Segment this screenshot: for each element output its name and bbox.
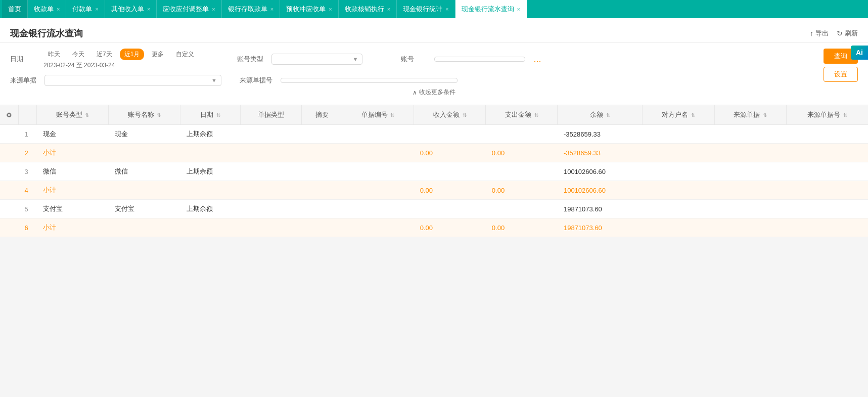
table-cell	[241, 144, 302, 162]
table-cell	[486, 125, 558, 144]
refresh-icon: ↻	[837, 29, 843, 37]
col-account-type[interactable]: 账号类型 ⇅	[37, 105, 109, 125]
table-row[interactable]: 3微信微信上期余额100102606.60	[0, 162, 868, 181]
source-doc-select[interactable]: ▼	[44, 75, 221, 86]
sort-account-name-icon: ⇅	[157, 112, 161, 118]
table-cell	[643, 181, 714, 200]
table-cell	[0, 181, 19, 200]
nav-tab-bank-deposit[interactable]: 银行存取款单 ×	[222, 0, 280, 18]
sort-balance-icon: ⇅	[606, 112, 610, 118]
table-cell: 现金	[109, 125, 180, 144]
table-cell	[302, 181, 342, 200]
nav-tab-bank-flow[interactable]: 现金银行流水查询 ×	[455, 0, 527, 18]
date-btn-today[interactable]: 今天	[68, 49, 89, 60]
filter-area: 日期 昨天 今天 近7天 近1月 更多 自定义 2023-02-24 至 202…	[0, 42, 868, 105]
table-cell	[302, 125, 342, 144]
account-dots-button[interactable]: ...	[533, 54, 541, 65]
date-options: 昨天 今天 近7天 近1月 更多 自定义	[43, 49, 199, 60]
table-row[interactable]: 6小计0.000.0019871073.60	[0, 218, 868, 237]
write-off-label: 收款核销执行	[345, 5, 384, 14]
nav-tab-receipt[interactable]: 收款单 ×	[28, 0, 66, 18]
refresh-button[interactable]: ↻ 刷新	[837, 29, 858, 38]
date-btn-1month[interactable]: 近1月	[120, 49, 145, 60]
close-payment-icon[interactable]: ×	[95, 6, 98, 12]
table-cell	[342, 125, 414, 144]
col-account-name[interactable]: 账号名称 ⇅	[109, 105, 180, 125]
col-counterpart[interactable]: 对方户名 ⇅	[643, 105, 714, 125]
collapse-bar[interactable]: ∧ 收起更多条件	[10, 86, 858, 99]
export-icon: ↑	[810, 29, 813, 37]
filter-row-2: 来源单据 ▼ 来源单据号	[10, 75, 815, 86]
nav-tab-adjust[interactable]: 应收应付调整单 ×	[157, 0, 221, 18]
table-cell: 2	[19, 144, 37, 162]
nav-tab-other-income[interactable]: 其他收入单 ×	[105, 0, 157, 18]
col-settings[interactable]: ⚙	[0, 105, 19, 125]
col-income[interactable]: 收入金额 ⇅	[414, 105, 486, 125]
data-table: ⚙ 账号类型 ⇅ 账号名称 ⇅ 日期 ⇅ 单据类型 摘要 单据编号 ⇅ 收入金额…	[0, 105, 868, 237]
col-date[interactable]: 日期 ⇅	[180, 105, 241, 125]
date-btn-yesterday[interactable]: 昨天	[43, 49, 65, 60]
table-row[interactable]: 5支付宝支付宝上期余额19871073.60	[0, 200, 868, 218]
source-doc-no-input[interactable]	[281, 78, 458, 83]
nav-tab-payment[interactable]: 付款单 ×	[66, 0, 105, 18]
table-cell: 0.00	[486, 218, 558, 237]
table-cell	[180, 144, 241, 162]
close-write-off-icon[interactable]: ×	[387, 6, 390, 12]
export-button[interactable]: ↑ 导出	[810, 29, 829, 38]
table-cell	[786, 181, 868, 200]
table-cell	[643, 125, 714, 144]
table-cell	[714, 181, 786, 200]
col-source-doc-no[interactable]: 来源单据号 ⇅	[786, 105, 868, 125]
header-actions: ↑ 导出 ↻ 刷新	[810, 29, 858, 38]
table-cell: 支付宝	[109, 200, 180, 218]
col-expense[interactable]: 支出金额 ⇅	[486, 105, 558, 125]
payment-label: 付款单	[72, 5, 92, 14]
table-cell: 19871073.60	[558, 200, 643, 218]
col-balance[interactable]: 余额 ⇅	[558, 105, 643, 125]
table-cell	[0, 200, 19, 218]
table-cell: 1	[19, 125, 37, 144]
date-btn-custom[interactable]: 自定义	[171, 49, 199, 60]
settings-icon[interactable]: ⚙	[6, 111, 12, 119]
refresh-label: 刷新	[845, 29, 858, 38]
ai-badge[interactable]: Ai	[851, 46, 868, 60]
receipt-label: 收款单	[34, 5, 54, 14]
date-btn-more[interactable]: 更多	[147, 49, 168, 60]
close-advance-icon[interactable]: ×	[329, 6, 332, 12]
table-cell	[786, 144, 868, 162]
table-row[interactable]: 2小计0.000.00-3528659.33	[0, 144, 868, 162]
bank-deposit-label: 银行存取款单	[228, 5, 267, 14]
col-num	[19, 105, 37, 125]
col-source-doc[interactable]: 来源单据 ⇅	[714, 105, 786, 125]
table-cell: 0.00	[414, 218, 486, 237]
nav-tab-bank-stats[interactable]: 现金银行统计 ×	[397, 0, 455, 18]
close-other-income-icon[interactable]: ×	[147, 6, 150, 12]
nav-tab-home[interactable]: 首页	[2, 0, 28, 18]
table-cell	[714, 218, 786, 237]
close-adjust-icon[interactable]: ×	[212, 6, 215, 12]
close-bank-deposit-icon[interactable]: ×	[270, 6, 273, 12]
nav-tab-write-off[interactable]: 收款核销执行 ×	[339, 0, 397, 18]
setting-button[interactable]: 设置	[824, 67, 858, 82]
nav-tab-advance[interactable]: 预收冲应收单 ×	[280, 0, 338, 18]
col-doc-type: 单据类型	[241, 105, 302, 125]
filter-left: 日期 昨天 今天 近7天 近1月 更多 自定义 2023-02-24 至 202…	[10, 49, 815, 86]
table-cell	[342, 162, 414, 181]
account-type-select[interactable]: ▼	[271, 54, 362, 65]
table-cell: -3528659.33	[558, 125, 643, 144]
col-doc-no[interactable]: 单据编号 ⇅	[342, 105, 414, 125]
page-header: 现金银行流水查询 ↑ 导出 ↻ 刷新	[0, 18, 868, 42]
table-row[interactable]: 4小计0.000.00100102606.60	[0, 181, 868, 200]
table-cell	[643, 144, 714, 162]
bank-stats-label: 现金银行统计	[403, 5, 442, 14]
close-bank-stats-icon[interactable]: ×	[445, 6, 448, 12]
table-cell	[714, 200, 786, 218]
close-bank-flow-icon[interactable]: ×	[517, 6, 520, 12]
account-input[interactable]	[434, 57, 525, 62]
table-row[interactable]: 1现金现金上期余额-3528659.33	[0, 125, 868, 144]
collapse-label: 收起更多条件	[419, 88, 455, 97]
table-body: 1现金现金上期余额-3528659.332小计0.000.00-3528659.…	[0, 125, 868, 237]
date-btn-7days[interactable]: 近7天	[92, 49, 117, 60]
table-cell: 19871073.60	[558, 218, 643, 237]
close-receipt-icon[interactable]: ×	[57, 6, 60, 12]
